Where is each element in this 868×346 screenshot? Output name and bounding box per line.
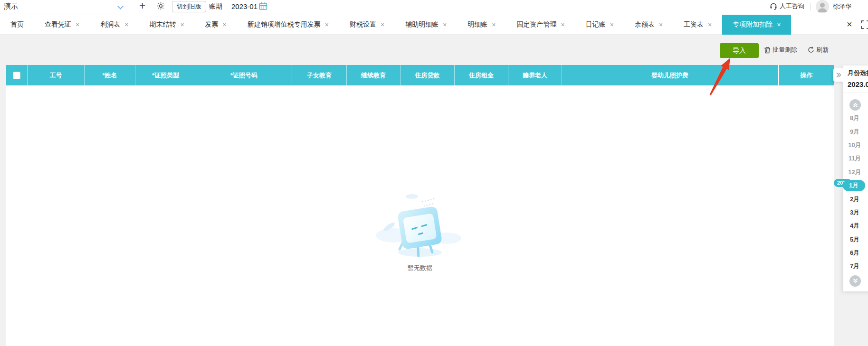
period-value: 2023-01 bbox=[231, 2, 258, 10]
tab-3[interactable]: 期末结转× bbox=[139, 15, 194, 35]
tab-close-icon[interactable]: × bbox=[325, 21, 329, 28]
tab-bar: 首页查看凭证×利润表×期末结转×发票×新建销项增值税专用发票×财税设置×辅助明细… bbox=[0, 15, 868, 35]
month-item-4[interactable]: 12月 bbox=[843, 166, 866, 179]
tab-close-icon[interactable]: × bbox=[443, 21, 447, 28]
column-header-0: 工号 bbox=[28, 65, 85, 85]
tab-10[interactable]: 日记账× bbox=[575, 15, 624, 35]
tab-2[interactable]: 利润表× bbox=[90, 15, 139, 35]
tab-label: 发票 bbox=[205, 20, 219, 29]
month-panel-year-value[interactable]: 2023.0 bbox=[843, 77, 868, 88]
support-label: 人工咨询 bbox=[780, 2, 804, 10]
panel-collapse-button[interactable] bbox=[833, 68, 844, 82]
column-header-8: 赡养老人 bbox=[508, 65, 562, 85]
new-tab-plus-button[interactable]: + bbox=[139, 0, 145, 12]
tab-12[interactable]: 工资表× bbox=[673, 15, 722, 35]
month-item-7[interactable]: 3月 bbox=[843, 206, 866, 219]
tab-8[interactable]: 明细账× bbox=[457, 15, 506, 35]
month-list: 8月9月10月11月12月20231月2月3月4月5月6月7月 bbox=[843, 112, 868, 273]
period-label: 账期 bbox=[209, 2, 222, 11]
month-item-6[interactable]: 2月 bbox=[843, 192, 866, 206]
tab-close-icon[interactable]: × bbox=[124, 21, 128, 28]
account-select[interactable]: 演示 bbox=[0, 0, 128, 13]
month-item-9[interactable]: 5月 bbox=[843, 233, 866, 246]
tab-6[interactable]: 财税设置× bbox=[339, 15, 395, 35]
tab-4[interactable]: 发票× bbox=[195, 15, 237, 35]
top-bar: 演示 + 切到旧版 账期 2023-01 人工咨询 徐泽华 bbox=[0, 0, 868, 15]
tab-label: 辅助明细账 bbox=[405, 20, 439, 29]
month-item-1[interactable]: 9月 bbox=[843, 125, 866, 138]
tab-label: 财税设置 bbox=[350, 20, 376, 29]
selected-month-pill[interactable]: 1月 bbox=[843, 180, 865, 191]
month-item-5[interactable]: 20231月 bbox=[843, 179, 866, 192]
tab-11[interactable]: 余额表× bbox=[624, 15, 673, 35]
tab-close-icon[interactable]: × bbox=[76, 21, 79, 28]
tab-label: 余额表 bbox=[635, 20, 655, 29]
tab-9[interactable]: 固定资产管理× bbox=[506, 15, 575, 35]
column-header-1: *姓名 bbox=[85, 65, 135, 85]
month-item-10[interactable]: 6月 bbox=[843, 246, 866, 260]
tab-label: 工资表 bbox=[684, 20, 704, 29]
calendar-icon[interactable] bbox=[259, 2, 267, 10]
switch-old-version-button[interactable]: 切到旧版 bbox=[172, 1, 206, 12]
tab-label: 利润表 bbox=[100, 20, 120, 29]
month-item-3[interactable]: 11月 bbox=[843, 152, 866, 165]
scroll-up-button[interactable] bbox=[849, 99, 861, 111]
tab-list: 首页查看凭证×利润表×期末结转×发票×新建销项增值税专用发票×财税设置×辅助明细… bbox=[0, 15, 791, 35]
headset-icon bbox=[770, 2, 777, 10]
month-item-2[interactable]: 10月 bbox=[843, 139, 866, 152]
refresh-icon bbox=[808, 47, 814, 53]
empty-state: 暂无数据 bbox=[375, 189, 465, 272]
month-item-11[interactable]: 7月 bbox=[843, 260, 866, 273]
period-field[interactable]: 2023-01 bbox=[229, 0, 305, 13]
table-body: 暂无数据 bbox=[6, 85, 834, 346]
tab-label: 新建销项增值税专用发票 bbox=[248, 20, 321, 29]
empty-text: 暂无数据 bbox=[375, 264, 465, 272]
account-name: 演示 bbox=[4, 2, 18, 11]
column-header-3: *证照号码 bbox=[196, 65, 292, 85]
gear-icon[interactable] bbox=[156, 1, 165, 10]
tab-label: 期末结转 bbox=[149, 20, 176, 29]
user-avatar[interactable] bbox=[816, 0, 829, 13]
scroll-down-button[interactable] bbox=[849, 275, 861, 287]
batch-delete-label: 批量删除 bbox=[773, 46, 797, 54]
panel-divider bbox=[843, 93, 868, 93]
user-name[interactable]: 徐泽华 bbox=[833, 2, 851, 11]
empty-box-illustration bbox=[375, 189, 465, 261]
column-header-5: 继续教育 bbox=[347, 65, 401, 85]
close-all-tabs-icon[interactable]: × bbox=[847, 19, 852, 30]
tab-0[interactable]: 首页 bbox=[0, 15, 34, 35]
batch-delete-button[interactable]: 批量删除 bbox=[764, 46, 797, 54]
tab-close-icon[interactable]: × bbox=[492, 21, 496, 28]
tab-close-icon[interactable]: × bbox=[708, 21, 712, 28]
month-item-8[interactable]: 4月 bbox=[843, 219, 866, 233]
tab-label: 专项附加扣除 bbox=[733, 20, 773, 29]
tab-close-icon[interactable]: × bbox=[610, 21, 614, 28]
tab-close-icon[interactable]: × bbox=[777, 21, 781, 28]
tab-label: 固定资产管理 bbox=[517, 20, 557, 29]
support-link[interactable]: 人工咨询 bbox=[770, 2, 804, 10]
tab-label: 查看凭证 bbox=[45, 20, 71, 29]
tab-7[interactable]: 辅助明细账× bbox=[395, 15, 457, 35]
column-header-10: 操作 bbox=[778, 65, 834, 85]
column-header-7: 住房租金 bbox=[455, 65, 508, 85]
refresh-button[interactable]: 刷新 bbox=[808, 46, 829, 54]
tab-5[interactable]: 新建销项增值税专用发票× bbox=[237, 15, 339, 35]
tab-close-icon[interactable]: × bbox=[223, 21, 227, 28]
tab-label: 日记账 bbox=[586, 20, 606, 29]
fullscreen-expand-icon[interactable] bbox=[861, 20, 868, 29]
select-all-checkbox[interactable] bbox=[13, 72, 20, 79]
month-item-0[interactable]: 8月 bbox=[843, 112, 866, 125]
tab-1[interactable]: 查看凭证× bbox=[34, 15, 90, 35]
column-header-9: 婴幼儿照护费 bbox=[562, 65, 778, 85]
tab-close-icon[interactable]: × bbox=[659, 21, 663, 28]
refresh-label: 刷新 bbox=[816, 46, 829, 54]
tab-close-icon[interactable]: × bbox=[381, 21, 384, 28]
topbar-divider bbox=[810, 3, 811, 10]
column-header-2: *证照类型 bbox=[135, 65, 196, 85]
tab-13[interactable]: 专项附加扣除× bbox=[722, 15, 791, 35]
chevron-down-icon bbox=[117, 3, 124, 9]
import-button[interactable]: 导入 bbox=[720, 43, 759, 58]
tab-close-icon[interactable]: × bbox=[180, 21, 184, 28]
tab-close-icon[interactable]: × bbox=[561, 21, 565, 28]
tab-label: 首页 bbox=[10, 20, 24, 29]
